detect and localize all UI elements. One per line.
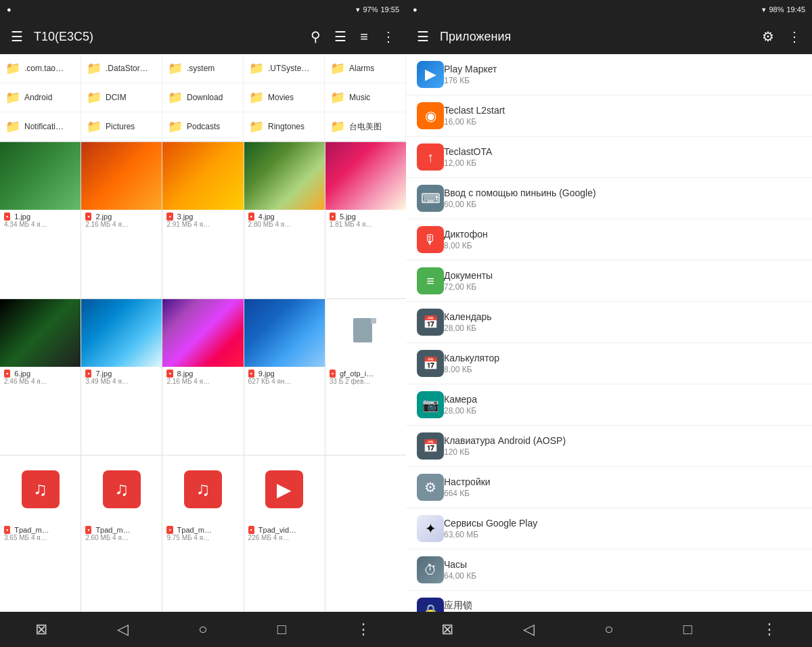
folder-item[interactable]: 📁 .DataStor…: [81, 54, 162, 83]
app-size: 12,00 КБ: [444, 158, 801, 168]
video-thumb: ▶: [244, 455, 325, 523]
folder-item[interactable]: 📁 Notificati…: [0, 112, 81, 141]
file-item[interactable]: ▪ gf_otp_i… 33 Б 2 фев…: [325, 299, 406, 455]
left-more-nav-btn[interactable]: ⋮: [351, 615, 376, 644]
app-item[interactable]: ⌨ Ввод с помощью пиньинь (Google) 60,00 …: [406, 178, 812, 219]
file-meta: 2.80 МБ 4 я…: [248, 221, 321, 228]
file-info: ▪ Tpad_vid… 226 МБ 4 я…: [244, 523, 325, 545]
app-item[interactable]: ✦ Сервисы Google Play 63,60 МБ: [406, 508, 812, 550]
file-item[interactable]: ▪ 1.jpg 4.34 МБ 4 я…: [0, 142, 81, 298]
app-item[interactable]: ⏱ Часы 64,00 КБ: [406, 550, 812, 591]
folder-item[interactable]: 📁 Movies: [244, 83, 325, 112]
folder-icon: 📁: [168, 61, 183, 76]
file-info: ▪ 6.jpg 2.46 МБ 4 я…: [0, 367, 81, 389]
left-list-icon[interactable]: ☰: [332, 26, 349, 47]
app-icon-symbol: ≡: [426, 273, 434, 289]
right-notification-dot: ●: [413, 5, 418, 14]
left-search-icon[interactable]: ⚲: [308, 26, 323, 47]
folder-item[interactable]: 📁 .system: [162, 54, 244, 83]
left-square-btn[interactable]: □: [272, 615, 292, 644]
file-item[interactable]: ▪ 8.jpg 2.16 МБ 4 я…: [162, 299, 243, 455]
right-more-nav-btn[interactable]: ⋮: [757, 615, 782, 644]
app-item[interactable]: 📅 Клавиатура Android (AOSP) 120 КБ: [406, 426, 812, 467]
file-name: 2.jpg: [95, 213, 112, 221]
left-more-icon[interactable]: ⋮: [379, 26, 398, 47]
file-item[interactable]: ▪ 5.jpg 1.81 МБ 4 я…: [325, 142, 406, 298]
left-title: T10(E3C5): [34, 30, 300, 44]
app-item[interactable]: ⚙ Настройки 664 КБ: [406, 467, 812, 508]
file-item[interactable]: ▪ 4.jpg 2.80 МБ 4 я…: [244, 142, 325, 298]
app-icon: ⌨: [417, 185, 444, 212]
folder-item[interactable]: 📁 .com.tao…: [0, 54, 81, 83]
right-home-btn[interactable]: ○: [599, 615, 618, 644]
file-item[interactable]: ♫ ▪ Tpad_m… 3.65 МБ 4 я…: [0, 455, 81, 612]
app-item[interactable]: 📷 Камера 28,00 КБ: [406, 384, 812, 426]
app-size: 72,00 КБ: [444, 282, 801, 292]
left-back-btn[interactable]: ◁: [112, 615, 134, 644]
left-home-btn[interactable]: ○: [193, 615, 212, 644]
file-badge: ▪: [85, 526, 91, 534]
folder-item[interactable]: 📁 DCIM: [81, 83, 162, 112]
app-item[interactable]: ≡ Документы 72,00 КБ: [406, 261, 812, 302]
file-item[interactable]: ▪ 9.jpg 627 КБ 4 ян…: [244, 299, 325, 455]
file-item[interactable]: ▪ 3.jpg 2.91 МБ 4 я…: [162, 142, 243, 298]
right-more-icon[interactable]: ⋮: [785, 26, 804, 47]
right-settings-icon[interactable]: ⚙: [759, 26, 777, 47]
right-menu-icon[interactable]: ☰: [414, 26, 432, 47]
folder-item[interactable]: 📁 Podcasts: [162, 112, 244, 141]
app-item[interactable]: 📅 Календарь 28,00 КБ: [406, 302, 812, 343]
app-name: Калькулятор: [444, 353, 801, 363]
svg-rect-2: [371, 318, 376, 324]
folder-icon: 📁: [87, 119, 102, 134]
file-icon: [352, 317, 379, 349]
app-item[interactable]: ▶ Play Маркет 176 КБ: [406, 54, 812, 95]
app-item[interactable]: 🎙 Диктофон 8,00 КБ: [406, 219, 812, 261]
app-size: 28,00 КБ: [444, 324, 801, 333]
folder-item[interactable]: 📁 Download: [162, 83, 244, 112]
app-item[interactable]: 🔒 应用锁 76,00 КБ: [406, 591, 812, 612]
file-info: ▪ Tpad_m… 3.65 МБ 4 я…: [0, 523, 81, 545]
file-item[interactable]: ▪ 2.jpg 2.16 МБ 4 я…: [81, 142, 162, 298]
right-square-btn[interactable]: □: [678, 615, 698, 644]
file-item[interactable]: ▪ 7.jpg 3.49 МБ 4 я…: [81, 299, 162, 455]
folder-item[interactable]: 📁 Music: [325, 83, 406, 112]
app-text: Клавиатура Android (AOSP) 120 КБ: [444, 435, 801, 457]
folder-item[interactable]: 📁 Android: [0, 83, 81, 112]
file-item[interactable]: ▪ 6.jpg 2.46 МБ 4 я…: [0, 299, 81, 455]
file-item[interactable]: ▶ ▪ Tpad_vid… 226 МБ 4 я…: [244, 455, 325, 612]
left-menu-icon[interactable]: ☰: [8, 26, 26, 47]
app-list: ▶ Play Маркет 176 КБ ◉ Teclast L2start 1…: [406, 54, 812, 612]
folder-name: .system: [187, 64, 215, 73]
app-text: Ввод с помощью пиньинь (Google) 60,00 КБ: [444, 187, 801, 209]
battery-text: 97%: [363, 5, 378, 14]
generic-thumb: [325, 299, 406, 367]
app-item[interactable]: ◉ Teclast L2start 16,00 КБ: [406, 95, 812, 137]
file-info: ▪ 1.jpg 4.34 МБ 4 я…: [0, 210, 81, 232]
image-thumb: [325, 142, 406, 210]
folder-item[interactable]: 📁 台电美图: [325, 112, 406, 141]
right-back-btn[interactable]: ◁: [518, 615, 540, 644]
app-item[interactable]: ↑ TeclastOTA 12,00 КБ: [406, 137, 812, 178]
folder-item[interactable]: 📁 .UTSyste…: [244, 54, 325, 83]
left-filter-icon[interactable]: ≡: [357, 26, 371, 47]
right-wifi-icon: ▾: [762, 5, 766, 14]
folder-item[interactable]: 📁 Ringtones: [244, 112, 325, 141]
folder-item[interactable]: 📁 Alarms: [325, 54, 406, 83]
app-item[interactable]: 📅 Калькулятор 8,00 КБ: [406, 343, 812, 384]
image-thumb: [162, 299, 243, 367]
app-text: Play Маркет 176 КБ: [444, 64, 801, 85]
image-thumb: [0, 299, 81, 367]
app-text: Часы 64,00 КБ: [444, 559, 801, 581]
file-item[interactable]: ♫ ▪ Tpad_m… 9.75 МБ 4 я…: [162, 455, 243, 612]
file-item[interactable]: [325, 455, 406, 612]
right-recent-btn[interactable]: ⊠: [436, 615, 459, 644]
file-item[interactable]: ♫ ▪ Tpad_m… 2.60 МБ 4 я…: [81, 455, 162, 612]
file-info: ▪ gf_otp_i… 33 Б 2 фев…: [325, 367, 406, 389]
app-size: 64,00 КБ: [444, 571, 801, 581]
folder-icon: 📁: [330, 90, 345, 105]
file-info: ▪ 8.jpg 2.16 МБ 4 я…: [162, 367, 243, 389]
folder-item[interactable]: 📁 Pictures: [81, 112, 162, 141]
left-recent-btn[interactable]: ⊠: [30, 615, 53, 644]
file-badge: ▪: [248, 213, 254, 221]
file-info: ▪ 2.jpg 2.16 МБ 4 я…: [81, 210, 162, 232]
